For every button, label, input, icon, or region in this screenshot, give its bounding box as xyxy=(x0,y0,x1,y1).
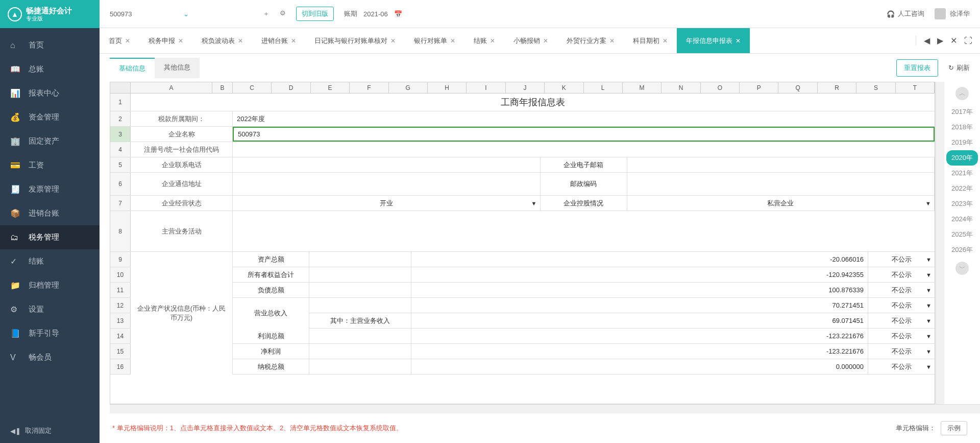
tab[interactable]: 结账✕ xyxy=(464,28,504,53)
tab-close-icon[interactable]: ✕ xyxy=(238,37,243,44)
refresh-button[interactable]: ↻ 刷新 xyxy=(948,63,970,73)
fin-sub[interactable] xyxy=(309,252,411,267)
year-item[interactable]: 2024年 xyxy=(946,212,978,227)
unpin-button[interactable]: ◀❚ 取消固定 xyxy=(0,418,100,443)
col-header[interactable]: O xyxy=(701,82,740,93)
year-up-icon[interactable]: ︿ xyxy=(955,87,969,100)
status-select[interactable]: 开业▼ xyxy=(233,196,541,211)
year-item[interactable]: 2022年 xyxy=(946,181,978,196)
tab-close-icon[interactable]: ✕ xyxy=(291,37,296,44)
year-item[interactable]: 2018年 xyxy=(946,120,978,135)
nav-item[interactable]: 📊报表中心 xyxy=(0,81,100,105)
publicity-select[interactable]: 不公示▼ xyxy=(868,313,935,328)
col-header[interactable]: F xyxy=(350,82,388,93)
nav-item[interactable]: ⌂首页 xyxy=(0,33,100,57)
col-header[interactable]: I xyxy=(467,82,505,93)
col-header[interactable]: B xyxy=(212,82,233,93)
main-biz-cell[interactable] xyxy=(233,211,935,251)
fin-value[interactable]: -120.942355 xyxy=(411,267,868,282)
fin-value[interactable]: 69.071451 xyxy=(411,313,868,328)
vertical-scrollbar[interactable] xyxy=(935,82,944,404)
publicity-select[interactable]: 不公示▼ xyxy=(868,329,935,343)
horizontal-scrollbar[interactable] xyxy=(110,404,980,413)
tab-close-icon[interactable]: ✕ xyxy=(450,37,455,44)
fin-sub[interactable] xyxy=(309,344,411,359)
year-item[interactable]: 2020年 xyxy=(946,150,978,166)
old-version-button[interactable]: 切到旧版 xyxy=(296,7,334,21)
tab-close-icon[interactable]: ✕ xyxy=(663,37,668,44)
col-header[interactable]: E xyxy=(311,82,350,93)
tab[interactable]: 日记账与银行对账单核对✕ xyxy=(305,28,405,53)
avatar[interactable] xyxy=(935,8,946,19)
year-item[interactable]: 2026年 xyxy=(946,242,978,258)
nav-item[interactable]: 🏢固定资产 xyxy=(0,129,100,153)
col-header[interactable]: S xyxy=(856,82,895,93)
tab[interactable]: 外贸行业方案✕ xyxy=(557,28,624,53)
nav-item[interactable]: 📁归档管理 xyxy=(0,273,100,297)
tab-close-icon[interactable]: ✕ xyxy=(609,37,615,44)
fin-sub[interactable] xyxy=(309,359,411,374)
select-all-corner[interactable] xyxy=(110,82,131,93)
tab[interactable]: 进销台账✕ xyxy=(252,28,305,53)
nav-item[interactable]: 📦进销台账 xyxy=(0,201,100,225)
fin-sub[interactable] xyxy=(309,298,411,313)
tab[interactable]: 税务申报✕ xyxy=(139,28,192,53)
fin-value[interactable]: -123.221676 xyxy=(411,344,868,359)
nav-item[interactable]: 📘新手引导 xyxy=(0,321,100,345)
publicity-select[interactable]: 不公示▼ xyxy=(868,344,935,359)
col-header[interactable]: K xyxy=(545,82,583,93)
fin-value[interactable]: 70.271451 xyxy=(411,298,868,313)
col-header[interactable]: N xyxy=(662,82,700,93)
tab[interactable]: 年报信息申报表✕ xyxy=(677,28,750,53)
fin-value[interactable]: -123.221676 xyxy=(411,329,868,343)
col-header[interactable]: L xyxy=(584,82,623,93)
publicity-select[interactable]: 不公示▼ xyxy=(868,298,935,313)
nav-item[interactable]: ✓结账 xyxy=(0,249,100,273)
nav-item[interactable]: 💰资金管理 xyxy=(0,105,100,129)
publicity-select[interactable]: 不公示▼ xyxy=(868,283,935,297)
col-header[interactable]: Q xyxy=(778,82,817,93)
publicity-select[interactable]: 不公示▼ xyxy=(868,252,935,267)
publicity-select[interactable]: 不公示▼ xyxy=(868,359,935,374)
year-item[interactable]: 2017年 xyxy=(946,104,978,120)
year-down-icon[interactable]: ﹀ xyxy=(955,262,969,275)
nav-item[interactable]: V畅会员 xyxy=(0,345,100,369)
address-cell[interactable] xyxy=(233,173,541,195)
sub-tab-other[interactable]: 其他信息 xyxy=(155,58,200,78)
fin-value[interactable]: 0.000000 xyxy=(411,359,868,374)
col-header[interactable]: C xyxy=(233,82,272,93)
nav-item[interactable]: 🗂税务管理 xyxy=(0,225,100,249)
year-item[interactable]: 2021年 xyxy=(946,166,978,181)
fin-sub[interactable] xyxy=(309,329,411,343)
gear-icon[interactable]: ⚙ xyxy=(280,9,286,18)
tab-close-icon[interactable]: ✕ xyxy=(543,37,548,44)
col-header[interactable]: D xyxy=(272,82,310,93)
tab-close-icon[interactable]: ✕ xyxy=(390,37,396,44)
col-header[interactable]: P xyxy=(740,82,778,93)
tab[interactable]: 科目期初✕ xyxy=(624,28,677,53)
company-select[interactable]: 500973 ⌄ xyxy=(110,10,253,18)
tab-next-icon[interactable]: ▶ xyxy=(937,36,943,45)
nav-item[interactable]: ⚙设置 xyxy=(0,297,100,321)
fin-sub[interactable] xyxy=(309,283,411,297)
col-header[interactable]: J xyxy=(506,82,545,93)
sub-tab-basic[interactable]: 基础信息 xyxy=(110,58,155,78)
example-button[interactable]: 示例 xyxy=(941,421,967,435)
col-header[interactable]: G xyxy=(389,82,428,93)
email-cell[interactable] xyxy=(627,157,935,172)
calendar-icon[interactable]: 📅 xyxy=(394,10,402,18)
reg-code-cell[interactable] xyxy=(233,142,935,157)
fin-value[interactable]: -20.066016 xyxy=(411,252,868,267)
postcode-cell[interactable] xyxy=(627,173,935,195)
fullscreen-icon[interactable]: ⛶ xyxy=(964,36,972,45)
year-item[interactable]: 2023年 xyxy=(946,196,978,212)
col-header[interactable]: R xyxy=(818,82,856,93)
fin-value[interactable]: 100.876339 xyxy=(411,283,868,297)
tab[interactable]: 首页✕ xyxy=(100,28,139,53)
col-header[interactable]: A xyxy=(131,82,212,93)
consult-button[interactable]: 🎧 人工咨询 xyxy=(887,9,924,18)
col-header[interactable]: T xyxy=(896,82,935,93)
add-icon[interactable]: ＋ xyxy=(263,9,270,18)
col-header[interactable]: H xyxy=(428,82,467,93)
tab-close-icon[interactable]: ✕ xyxy=(490,37,495,44)
